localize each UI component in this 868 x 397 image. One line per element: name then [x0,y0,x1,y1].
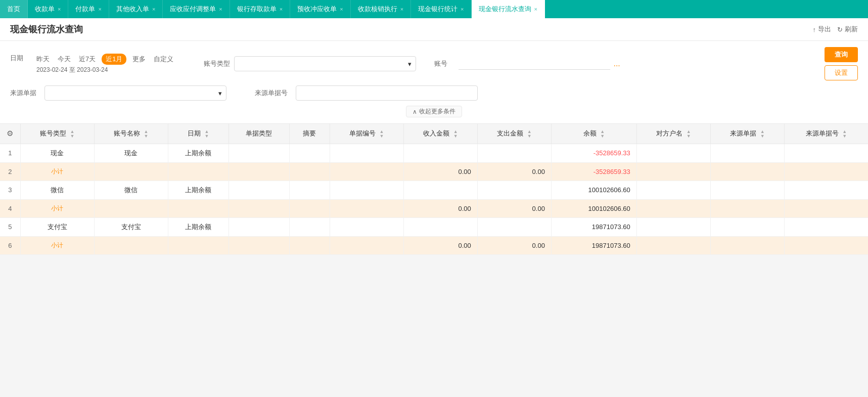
table-header-row: ⚙ 账号类型 ▲▼ 账号名称 ▲▼ 日期 ▲▼ 单据类型 摘 [0,124,868,144]
page-header: 现金银行流水查询 ↑ 导出 ↻ 刷新 [0,18,868,41]
table-row[interactable]: 5 支付宝 支付宝 上期余额 19871073.60 [0,217,868,236]
close-icon[interactable]: × [534,6,537,12]
date-btn-7days[interactable]: 近7天 [77,54,98,65]
close-icon[interactable]: × [152,6,155,12]
source-doc-select[interactable]: ▾ [44,85,226,101]
close-icon[interactable]: × [58,6,61,12]
page-title: 现金银行流水查询 [10,23,83,35]
sort-icon[interactable]: ▲▼ [70,129,74,139]
date-btn-more[interactable]: 更多 [130,54,148,65]
action-buttons: 查询 设置 [825,47,858,80]
filter-area: 日期 昨天 今天 近7天 近1月 更多 自定义 2023-02-24 至 202… [0,41,868,124]
cell-account-type: 现金 [20,144,94,162]
cell-counterparty [636,162,710,181]
nav-receipt[interactable]: 收款单 × [28,0,68,18]
col-account-name: 账号名称 ▲▼ [94,124,168,144]
date-range: 2023-02-24 至 2023-03-24 [36,66,175,74]
cell-summary [290,217,330,236]
col-doc-no: 单据编号 ▲▼ [330,124,403,144]
sort-icon[interactable]: ▲▼ [760,129,765,139]
nav-adjust[interactable]: 应收应付调整单 × [163,0,230,18]
close-icon[interactable]: × [280,6,283,12]
cell-source-doc [710,181,784,199]
nav-bank-deposit[interactable]: 银行存取款单 × [230,0,290,18]
gear-icon[interactable]: ⚙ [7,129,13,138]
close-icon[interactable]: × [340,6,343,12]
col-expense: 支出金额 ▲▼ [477,124,551,144]
cell-doc-no [330,162,403,181]
close-icon[interactable]: × [98,6,101,12]
export-button[interactable]: ↑ 导出 [813,25,832,34]
cell-summary [290,181,330,199]
cell-account-name [94,236,168,254]
refresh-button[interactable]: ↻ 刷新 [837,25,858,34]
close-icon[interactable]: × [400,6,403,12]
cell-source-doc-no [784,162,868,181]
sort-icon[interactable]: ▲▼ [687,129,691,139]
cell-expense [477,181,551,199]
date-btn-today[interactable]: 今天 [56,54,73,65]
cell-expense: 0.00 [477,236,551,254]
cell-account-type: 微信 [20,181,94,199]
table-row[interactable]: 2 小计 0.00 0.00 -3528659.33 [0,162,868,181]
nav-verify[interactable]: 收款核销执行 × [351,0,411,18]
sort-icon[interactable]: ▲▼ [453,129,458,139]
nav-home[interactable]: 首页 [0,0,28,18]
cell-num: 1 [0,144,20,162]
cell-doc-type [229,217,289,236]
sort-icon[interactable]: ▲▼ [380,129,384,139]
cell-doc-no [330,236,403,254]
cell-num: 6 [0,236,20,254]
cell-summary [290,236,330,254]
cell-date: 上期余额 [168,217,229,236]
table-row[interactable]: 6 小计 0.00 0.00 19871073.60 [0,236,868,254]
cell-doc-type [229,162,289,181]
sort-icon[interactable]: ▲▼ [842,129,847,139]
cell-expense [477,217,551,236]
table-row[interactable]: 3 微信 微信 上期余额 100102606.60 [0,181,868,199]
cell-doc-type [229,199,289,217]
cell-balance: 100102606.60 [551,181,636,199]
date-btn-custom[interactable]: 自定义 [152,54,175,65]
sort-icon[interactable]: ▲▼ [144,129,148,139]
table-row[interactable]: 1 现金 现金 上期余额 -3528659.33 [0,144,868,162]
nav-bank-stat[interactable]: 现金银行统计 × [411,0,471,18]
account-no-input[interactable] [459,58,610,70]
nav-payment[interactable]: 付款单 × [68,0,109,18]
account-type-select[interactable]: ▾ [234,56,416,71]
nav-prepay[interactable]: 预收冲应收单 × [290,0,350,18]
date-btn-yesterday[interactable]: 昨天 [34,54,52,65]
col-balance: 余额 ▲▼ [551,124,636,144]
close-icon[interactable]: × [219,6,222,12]
account-no-dots[interactable]: ... [613,59,620,68]
cell-summary [290,144,330,162]
sort-icon[interactable]: ▲▼ [600,129,605,139]
settings-button[interactable]: 设置 [825,65,858,80]
cell-date [168,236,229,254]
date-options: 昨天 今天 近7天 近1月 更多 自定义 [34,54,175,65]
cell-source-doc-no [784,181,868,199]
source-doc-label: 来源单据 [10,89,36,98]
account-no-group: ... [459,58,620,70]
col-date: 日期 ▲▼ [168,124,229,144]
table-body: 1 现金 现金 上期余额 -3528659.33 2 小计 0.00 0.00 … [0,144,868,254]
cell-source-doc-no [784,236,868,254]
cell-expense: 0.00 [477,162,551,181]
query-button[interactable]: 查询 [825,47,858,62]
cell-source-doc [710,162,784,181]
sort-icon[interactable]: ▲▼ [527,129,532,139]
nav-other-income[interactable]: 其他收入单 × [109,0,163,18]
date-btn-1month[interactable]: 近1月 [102,54,126,65]
cell-balance: 19871073.60 [551,236,636,254]
close-icon[interactable]: × [461,6,464,12]
cell-doc-no [330,199,403,217]
cell-account-name: 现金 [94,144,168,162]
cell-date [168,162,229,181]
sort-icon[interactable]: ▲▼ [205,129,209,139]
cell-num: 2 [0,162,20,181]
source-doc-no-input[interactable] [296,85,478,101]
table-row[interactable]: 4 小计 0.00 0.00 100102606.60 [0,199,868,217]
collapse-button[interactable]: ∧ 收起更多条件 [406,106,462,117]
source-doc-no-label: 来源单据号 [255,89,288,98]
nav-bank-flow[interactable]: 现金银行流水查询 × [472,0,545,18]
